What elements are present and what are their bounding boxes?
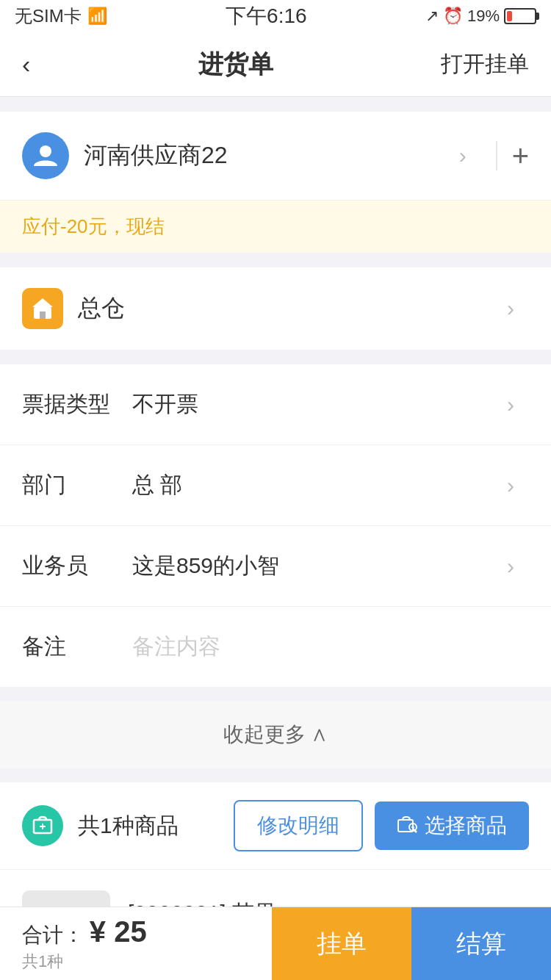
warehouse-section: 总仓 › (0, 267, 551, 350)
ticket-type-label: 票据类型 (22, 389, 118, 419)
salesperson-row[interactable]: 业务员 这是859的小智 › (0, 526, 551, 607)
edit-detail-button[interactable]: 修改明细 (234, 800, 363, 851)
warehouse-label: 总仓 (78, 292, 507, 325)
battery-icon (504, 8, 536, 24)
remark-row[interactable]: 备注 备注内容 (0, 607, 551, 687)
supplier-chevron-icon: › (459, 143, 467, 168)
status-bar-time: 下午6:16 (226, 2, 307, 30)
form-section: 票据类型 不开票 › 部门 总 部 › 业务员 这是859的小智 › 备注 备注… (0, 364, 551, 687)
products-icon (22, 805, 63, 846)
department-chevron-icon: › (507, 473, 514, 498)
svg-marker-2 (32, 298, 53, 307)
total-amount: ¥ 25 (90, 915, 147, 948)
ticket-type-value: 不开票 (118, 389, 507, 419)
remark-input[interactable]: 备注内容 (118, 632, 529, 662)
total-count: 共1种 (22, 951, 250, 973)
svg-point-0 (40, 145, 51, 157)
warehouse-row[interactable]: 总仓 › (0, 267, 551, 350)
ticket-type-chevron-icon: › (507, 392, 514, 417)
status-bar-right: ↗ ⏰ 19% (425, 7, 536, 26)
warehouse-icon (22, 288, 63, 329)
checkout-button[interactable]: 结算 (411, 907, 551, 981)
department-value: 总 部 (118, 470, 507, 500)
battery-fill (507, 11, 512, 21)
nav-bar: ‹ 进货单 打开挂单 (0, 32, 551, 97)
add-supplier-button[interactable]: + (512, 141, 529, 170)
salesperson-chevron-icon: › (507, 554, 514, 579)
warehouse-chevron-icon: › (507, 296, 514, 321)
total-label: 合计： (22, 923, 84, 946)
person-icon (32, 143, 59, 169)
salesperson-value: 这是859的小智 (118, 551, 507, 581)
battery-percent: 19% (467, 7, 500, 26)
supplier-notice: 应付-20元，现结 (0, 201, 551, 253)
total-row: 合计： ¥ 25 (22, 915, 250, 949)
supplier-section: 河南供应商22 › + 应付-20元，现结 (0, 112, 551, 253)
page-title: 进货单 (198, 48, 273, 82)
status-bar: 无SIM卡 📶 下午6:16 ↗ ⏰ 19% (0, 0, 551, 32)
select-product-label: 选择商品 (425, 812, 507, 840)
location-icon: ↗ (425, 7, 439, 26)
warehouse-svg (31, 297, 54, 320)
select-product-icon (397, 815, 417, 836)
carrier-label: 无SIM卡 (15, 4, 82, 28)
supplier-avatar (22, 132, 69, 179)
total-section: 合计： ¥ 25 共1种 (0, 915, 272, 973)
svg-rect-3 (40, 311, 46, 319)
bottom-bar: 合计： ¥ 25 共1种 挂单 结算 (0, 907, 551, 980)
supplier-row[interactable]: 河南供应商22 › + (0, 112, 551, 201)
supplier-name: 河南供应商22 (84, 140, 459, 172)
remark-label: 备注 (22, 632, 118, 662)
collapse-button[interactable]: 收起更多 ∧ (0, 702, 551, 768)
select-product-button[interactable]: 选择商品 (375, 801, 529, 850)
hang-button[interactable]: 挂单 (272, 907, 411, 981)
status-bar-left: 无SIM卡 📶 (15, 4, 107, 28)
supplier-divider (496, 141, 497, 170)
products-header: 共1种商品 修改明细 选择商品 (0, 782, 551, 870)
cart-icon (31, 814, 54, 837)
back-button[interactable]: ‹ (22, 50, 30, 79)
department-row[interactable]: 部门 总 部 › (0, 445, 551, 526)
ticket-type-row[interactable]: 票据类型 不开票 › (0, 364, 551, 445)
salesperson-label: 业务员 (22, 551, 118, 581)
wifi-icon: 📶 (87, 7, 107, 26)
alarm-icon: ⏰ (443, 7, 463, 26)
products-count: 共1种商品 (78, 811, 234, 841)
department-label: 部门 (22, 470, 118, 500)
open-hang-button[interactable]: 打开挂单 (441, 49, 529, 79)
